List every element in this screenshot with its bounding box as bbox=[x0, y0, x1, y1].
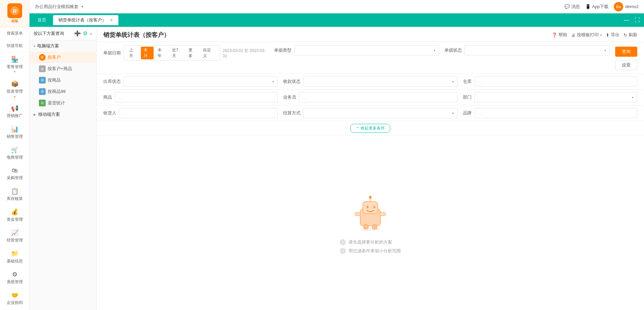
warehouse-input[interactable]: ... bbox=[474, 76, 637, 87]
tab-close-icon[interactable]: ✕ bbox=[110, 18, 113, 22]
sidebar: 好 标版 搜索菜单 快捷导航 🏪 零售管理 ▾ 📦 批发管理 ▴ 📢 营销推广 … bbox=[0, 0, 30, 310]
sidebar-item-inventory[interactable]: 📋 库存核算 bbox=[0, 184, 29, 205]
scheme-item-customer-goods[interactable]: ⊞ 按客户+商品 bbox=[30, 63, 96, 74]
sidebar-item-basic[interactable]: 📁 基础信息 bbox=[0, 247, 29, 267]
date-shortcut-this-month[interactable]: 本月 bbox=[141, 47, 154, 59]
tip-num-2: 2 bbox=[340, 248, 346, 254]
inventory-icon: 📋 bbox=[11, 188, 18, 195]
receiver-input[interactable]: ... bbox=[119, 108, 278, 118]
sidebar-quick-nav[interactable]: 快捷导航 bbox=[0, 40, 29, 52]
export-icon: ⬆ bbox=[606, 33, 609, 38]
filter-staff-cell: 业务员 ... bbox=[283, 92, 458, 102]
filter-settlement-cell: 结算方式 ▾ bbox=[283, 108, 458, 118]
sidebar-item-system[interactable]: ⚙ 系统管理 bbox=[0, 267, 29, 288]
sidebar-search-menu[interactable]: 搜索菜单 bbox=[0, 27, 29, 40]
avatar: Ea bbox=[614, 2, 623, 11]
date-shortcut-custom[interactable]: 自定义 bbox=[200, 47, 217, 59]
empty-tip-1: 1 请先选择要分析的方案 bbox=[340, 239, 401, 245]
scheme-item-label-refund: 退货统计 bbox=[48, 100, 65, 106]
filter-date-cell: 单据日期 上月 本月 本年 近7天 更多 自定义 2023-03-01 至 20… bbox=[103, 45, 269, 61]
app-download-btn[interactable]: 📱 App下载 bbox=[585, 4, 608, 10]
collection-status-input[interactable]: ▾ bbox=[303, 76, 458, 87]
svg-point-8 bbox=[373, 206, 375, 208]
tab-maximize-btn[interactable]: ⛶ bbox=[633, 16, 641, 24]
user-name: demo2 bbox=[625, 4, 639, 9]
date-shortcut-last-month[interactable]: 上月 bbox=[126, 47, 140, 59]
scheme-add-btn[interactable]: ➕ bbox=[74, 30, 81, 37]
export-btn[interactable]: ⬆ 导出 bbox=[606, 32, 620, 38]
user-profile-btn[interactable]: Ea demo2 bbox=[614, 2, 639, 11]
sidebar-item-label-inventory: 库存核算 bbox=[7, 196, 23, 202]
operations-icon: 📈 bbox=[11, 229, 18, 237]
warehouse-label: 仓库 bbox=[463, 79, 472, 85]
message-label: 消息 bbox=[571, 4, 580, 10]
scheme-group-desktop-label: 电脑端方案 bbox=[37, 43, 59, 49]
date-label: 单据日期 bbox=[103, 50, 121, 56]
goods-input[interactable]: ... bbox=[115, 92, 278, 102]
help-btn[interactable]: ❓ 帮助 bbox=[552, 32, 567, 38]
sidebar-item-operations[interactable]: 📈 经营管理 bbox=[0, 226, 29, 247]
tip-text-2: 用过滤条件来缩小分析范围 bbox=[348, 248, 401, 254]
sidebar-item-purchase[interactable]: 🛍 采购管理 bbox=[0, 164, 29, 184]
scheme-item-label-goods: 按商品 bbox=[48, 77, 61, 83]
query-button[interactable]: 查询 bbox=[615, 47, 637, 57]
sidebar-item-retail[interactable]: 🏪 零售管理 ▾ bbox=[0, 52, 29, 77]
scheme-item-goods-99[interactable]: 商 按商品99 bbox=[30, 86, 96, 97]
filter-row-1: 单据日期 上月 本月 本年 近7天 更多 自定义 2023-03-01 至 20… bbox=[97, 42, 644, 74]
scheme-group-mobile-header[interactable]: ▶ 移动端方案 bbox=[30, 109, 96, 120]
settlement-arrow: ▾ bbox=[452, 111, 454, 115]
scheme-item-goods[interactable]: 商 按商品 bbox=[30, 74, 96, 86]
app-download-icon: 📱 bbox=[585, 4, 591, 9]
scheme-group-mobile: ▶ 移动端方案 bbox=[30, 109, 96, 120]
print-arrow-icon: ▾ bbox=[600, 33, 602, 37]
date-shortcut-7days[interactable]: 近7天 bbox=[169, 47, 184, 59]
sidebar-item-wholesale[interactable]: 📦 批发管理 ▴ bbox=[0, 77, 29, 101]
brand-dots: ... bbox=[478, 111, 484, 116]
dept-input[interactable]: ▾ bbox=[474, 92, 637, 102]
sidebar-item-label-enterprise: 企业协同 bbox=[7, 300, 23, 306]
print-btn[interactable]: 🖨 按模板打印 ▾ bbox=[571, 32, 602, 38]
out-status-input[interactable]: ▾ bbox=[123, 76, 278, 87]
date-shortcut-more[interactable]: 更多 bbox=[186, 47, 199, 59]
sidebar-item-marketing[interactable]: 📢 营销推广 bbox=[0, 101, 29, 122]
doc-type-input[interactable]: ▾ bbox=[294, 45, 439, 55]
staff-input[interactable]: ... bbox=[299, 92, 458, 102]
tab-minimize-btn[interactable]: — bbox=[623, 16, 631, 24]
tab-home[interactable]: 首页 bbox=[32, 15, 52, 25]
collection-status-label: 收款状态 bbox=[283, 79, 301, 85]
filter-collection-cell: 收款状态 ▾ bbox=[283, 76, 458, 87]
sidebar-item-sales[interactable]: 📊 销售管理 bbox=[0, 122, 29, 143]
settlement-input[interactable]: ▾ bbox=[303, 108, 458, 118]
brand-input[interactable]: ... bbox=[474, 108, 637, 118]
refresh-btn[interactable]: ↻ 刷新 bbox=[624, 32, 637, 38]
message-btn[interactable]: 💬 消息 bbox=[565, 4, 580, 10]
date-shortcut-this-year[interactable]: 本年 bbox=[155, 47, 168, 59]
svg-text:好: 好 bbox=[12, 9, 17, 13]
wholesale-expand-icon: ▴ bbox=[14, 94, 15, 98]
industry-dropdown-icon[interactable]: ▾ bbox=[81, 4, 84, 9]
tip-text-1: 请先选择要分析的方案 bbox=[348, 239, 392, 245]
app-download-label: App下载 bbox=[592, 4, 608, 10]
sidebar-item-ecommerce[interactable]: 🛒 电商管理 bbox=[0, 143, 29, 164]
collapse-conditions-btn[interactable]: ⌃ 收起更多条件 bbox=[350, 124, 390, 133]
scheme-item-label-customer-goods: 按客户+商品 bbox=[48, 66, 72, 72]
sidebar-item-label-system: 系统管理 bbox=[7, 279, 23, 285]
tab-sales-stats[interactable]: 销货单统计表（按客户） ✕ bbox=[53, 15, 118, 25]
sidebar-item-enterprise[interactable]: 🤝 企业协同 bbox=[0, 288, 29, 309]
page-title-bar: 销货单统计表（按客户） ❓ 帮助 🖨 按模板打印 ▾ ⬆ 导出 bbox=[97, 27, 644, 42]
scheme-settings-btn[interactable]: ⚙ bbox=[83, 30, 88, 37]
filter-doc-status-cell: 单据状态 ▾ bbox=[444, 45, 610, 55]
settings-button[interactable]: 设置 bbox=[615, 60, 637, 70]
collapse-btn-label: 收起更多条件 bbox=[361, 125, 385, 131]
scheme-item-by-customer[interactable]: 客 按客户 bbox=[30, 52, 96, 63]
doc-status-input[interactable]: ▾ bbox=[465, 45, 610, 55]
group-expand-icon: ▾ bbox=[34, 44, 35, 48]
scheme-item-refund[interactable]: 统 退货统计 bbox=[30, 97, 96, 109]
scheme-collapse-btn[interactable]: « bbox=[90, 30, 92, 37]
svg-rect-13 bbox=[364, 224, 368, 229]
enterprise-icon: 🤝 bbox=[11, 292, 18, 299]
sidebar-item-finance[interactable]: 💰 资金管理 bbox=[0, 205, 29, 226]
date-filter-group[interactable]: 上月 本月 本年 近7天 更多 自定义 bbox=[123, 45, 220, 61]
doc-status-arrow: ▾ bbox=[604, 49, 606, 52]
scheme-group-desktop-header[interactable]: ▾ 电脑端方案 bbox=[30, 40, 96, 52]
